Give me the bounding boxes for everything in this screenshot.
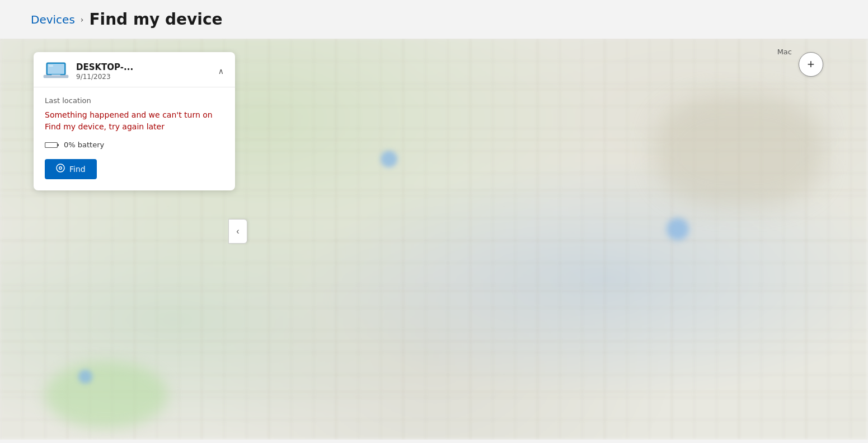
find-button-label: Find [69, 165, 86, 174]
battery-row: 0% battery [45, 141, 224, 149]
collapse-panel-button[interactable]: ‹ [228, 219, 247, 244]
map-mac-label: Mac [777, 48, 792, 56]
battery-text: 0% battery [64, 141, 104, 149]
map-terrain [655, 95, 823, 207]
svg-rect-5 [45, 142, 58, 147]
breadcrumb-devices-link[interactable]: Devices [31, 13, 75, 26]
svg-point-9 [60, 167, 62, 169]
device-name: DESKTOP-... [76, 62, 133, 72]
zoom-in-button[interactable]: + [799, 52, 823, 77]
device-header-left: DESKTOP-... 9/11/2023 [43, 61, 133, 81]
last-location-label: Last location [45, 96, 224, 105]
device-body: Last location Something happened and we … [34, 87, 235, 190]
map-water-1 [381, 151, 397, 167]
battery-empty-icon [45, 141, 59, 149]
map-water-2 [667, 218, 689, 240]
map-water-3 [78, 370, 92, 384]
find-button[interactable]: Find [45, 159, 97, 179]
device-header: DESKTOP-... 9/11/2023 ∧ [34, 52, 235, 87]
device-panel: DESKTOP-... 9/11/2023 ∧ Last location So… [34, 52, 235, 190]
svg-rect-3 [51, 74, 60, 76]
map-container: + Mac [0, 39, 868, 440]
svg-rect-6 [58, 144, 59, 146]
breadcrumb-separator: › [81, 15, 84, 24]
laptop-icon [43, 61, 69, 81]
device-date: 9/11/2023 [76, 73, 133, 81]
breadcrumb-current-page: Find my device [89, 10, 222, 29]
map-park [45, 361, 168, 428]
collapse-device-panel-button[interactable]: ∧ [216, 64, 226, 78]
breadcrumb: Devices › Find my device [0, 0, 868, 39]
svg-rect-4 [49, 65, 53, 67]
device-info: DESKTOP-... 9/11/2023 [76, 62, 133, 81]
location-pin-icon [56, 164, 65, 175]
chevron-left-icon: ‹ [236, 226, 239, 236]
error-message: Something happened and we can't turn on … [45, 109, 224, 133]
